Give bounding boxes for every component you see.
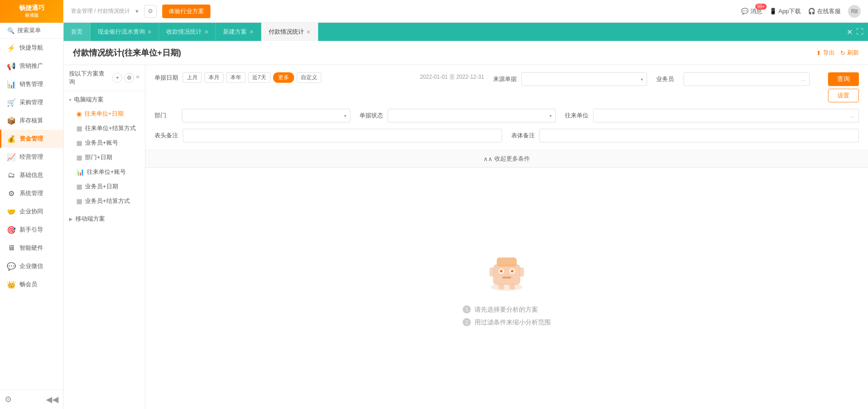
partner-arrow: … bbox=[850, 113, 855, 118]
sidebar-item-sales[interactable]: 📊 销售管理 bbox=[0, 75, 63, 93]
unit-date-icon: ◉ bbox=[76, 110, 82, 117]
scheme-item-staff-settlement[interactable]: ▦ 业务员+结算方式 bbox=[64, 194, 145, 208]
sidebar-item-guide[interactable]: 🎯 新手引导 bbox=[0, 221, 63, 239]
tab-close-new-scheme[interactable]: × bbox=[249, 28, 253, 35]
staff-account-label: 业务员+账号 bbox=[85, 139, 118, 147]
logo-text: 畅捷通巧 bbox=[19, 4, 45, 12]
refresh-btn[interactable]: ↻ 刷新 bbox=[840, 49, 859, 57]
collapse-filter-btn[interactable]: ∧∧ 收起更多条件 bbox=[484, 155, 530, 163]
sidebar-item-member[interactable]: 👑 畅会员 bbox=[0, 275, 63, 293]
tab-receipt-stats[interactable]: 收款情况统计 × bbox=[159, 23, 216, 41]
empty-icon bbox=[479, 248, 534, 294]
date-more-btn[interactable]: 更多 bbox=[273, 72, 294, 83]
refresh-label: 刷新 bbox=[847, 49, 859, 57]
header-note-field: 表头备注 bbox=[155, 129, 502, 142]
scheme-item-staff-date[interactable]: ▦ 业务员+日期 bbox=[64, 179, 145, 194]
date-this-year-btn[interactable]: 本年 bbox=[226, 72, 245, 83]
scheme-panel-header: 按以下方案查询 + ⚙ « bbox=[64, 65, 145, 91]
sidebar-item-operation[interactable]: 📈 经营管理 bbox=[0, 148, 63, 166]
sidebar-search[interactable]: 🔍 搜索菜单 bbox=[0, 23, 63, 39]
scheme-item-unit-settlement[interactable]: ▦ 往来单位+结算方式 bbox=[64, 121, 145, 136]
notification-badge: 99+ bbox=[755, 4, 767, 10]
tab-close-payment[interactable]: × bbox=[307, 28, 310, 35]
scheme-item-staff-account[interactable]: ▦ 业务员+账号 bbox=[64, 136, 145, 150]
svg-rect-11 bbox=[509, 284, 515, 289]
dept-date-label: 部门+日期 bbox=[85, 153, 112, 162]
body-note-input[interactable] bbox=[539, 129, 859, 142]
tab-home[interactable]: 首页 bbox=[64, 23, 90, 41]
new-scheme-label: 新建方案 bbox=[223, 28, 247, 36]
date-7days-btn[interactable]: 近7天 bbox=[248, 72, 270, 83]
scheme-item-unit-account[interactable]: 📊 往来单位+账号 bbox=[64, 165, 145, 179]
date-last-month-btn[interactable]: 上月 bbox=[183, 72, 202, 83]
header-settings-btn[interactable]: ⚙ bbox=[144, 5, 157, 18]
sidebar-item-inventory[interactable]: 📦 库存核算 bbox=[0, 111, 63, 130]
scheme-item-unit-date[interactable]: ◉ 往来单位+日期 bbox=[64, 106, 145, 121]
empty-tip-2-text: 用过滤条件来缩小分析范围 bbox=[474, 316, 551, 328]
notification-area[interactable]: 💬 消息 99+ bbox=[741, 7, 762, 15]
online-service-area[interactable]: 🎧 在线客服 bbox=[808, 7, 841, 15]
inventory-icon: 📦 bbox=[7, 116, 16, 125]
header-dropdown-icon[interactable]: ▾ bbox=[135, 8, 139, 15]
export-btn[interactable]: ⬆ 导出 bbox=[816, 49, 835, 57]
tab-close-all-btn[interactable]: ✕ bbox=[847, 28, 853, 36]
collapse-sidebar-icon[interactable]: ◀◀ bbox=[46, 394, 59, 404]
desktop-group-header[interactable]: ▾ 电脑端方案 bbox=[64, 93, 145, 106]
export-icon: ⬆ bbox=[816, 50, 821, 56]
svg-rect-10 bbox=[499, 284, 504, 289]
logo-sub: 标准版 bbox=[19, 12, 45, 19]
date-field: 单据日期 上月 本月 本年 近7天 更多 自定义 bbox=[155, 72, 411, 83]
sidebar-item-basic[interactable]: 🗂 基础信息 bbox=[0, 166, 63, 184]
doc-status-field: 单据状态 ▾ bbox=[359, 109, 555, 122]
tab-new-scheme[interactable]: 新建方案 × bbox=[216, 23, 261, 41]
sidebar-item-quick-nav[interactable]: ⚡ 快捷导航 bbox=[0, 39, 63, 57]
doc-status-select[interactable]: ▾ bbox=[388, 109, 555, 122]
mobile-group-header[interactable]: ▶ 移动端方案 bbox=[64, 212, 145, 226]
sidebar-item-hardware[interactable]: 🖥 智能硬件 bbox=[0, 239, 63, 257]
svg-rect-7 bbox=[502, 277, 511, 278]
tab-close-bank-flow[interactable]: × bbox=[148, 28, 151, 35]
sidebar-item-enterprise[interactable]: 🤝 企业协同 bbox=[0, 202, 63, 221]
scheme-settings-btn[interactable]: ⚙ bbox=[124, 73, 134, 83]
sidebar-item-label: 销售管理 bbox=[20, 80, 43, 88]
filter-row-1: 单据日期 上月 本月 本年 近7天 更多 自定义 bbox=[155, 72, 859, 102]
tab-bank-flow[interactable]: 现金银行流水查询 × bbox=[90, 23, 159, 41]
tab-close-receipt[interactable]: × bbox=[205, 28, 208, 35]
empty-state: 1 请先选择要分析的方案 2 用过滤条件来缩小分析范围 bbox=[145, 168, 868, 409]
app-download-area[interactable]: 📱 App下载 bbox=[769, 7, 801, 15]
tab-payment-stats[interactable]: 付款情况统计 × bbox=[261, 23, 318, 41]
tab-expand-btn[interactable]: ⛶ bbox=[856, 28, 863, 36]
online-service-label: 在线客服 bbox=[817, 7, 841, 15]
date-content: 上月 本月 本年 近7天 更多 自定义 bbox=[183, 72, 411, 83]
sidebar-item-marketing[interactable]: 📢 营销推广 bbox=[0, 57, 63, 75]
user-avatar[interactable]: Rit bbox=[848, 5, 861, 18]
operation-icon: 📈 bbox=[7, 152, 16, 162]
collapse-scheme-btn[interactable]: « bbox=[136, 73, 140, 83]
dept-select[interactable]: ▾ bbox=[182, 109, 350, 122]
source-doc-select[interactable]: ▾ bbox=[521, 72, 647, 86]
trial-industry-btn[interactable]: 体验行业方案 bbox=[162, 5, 210, 18]
sidebar-item-label: 畅会员 bbox=[20, 280, 37, 288]
query-btn[interactable]: 查询 bbox=[828, 72, 859, 86]
date-this-month-btn[interactable]: 本月 bbox=[205, 72, 224, 83]
header-note-input[interactable] bbox=[183, 129, 502, 142]
sidebar-item-finance[interactable]: 💰 资金管理 bbox=[0, 130, 63, 148]
filter-settings-btn[interactable]: 设置 bbox=[828, 89, 859, 102]
body-note-label: 表体备注 bbox=[511, 131, 535, 140]
empty-tip-1-text: 请先选择要分析的方案 bbox=[474, 303, 538, 316]
sidebar-item-wechat[interactable]: 💬 企业微信 bbox=[0, 257, 63, 275]
sidebar-item-purchase[interactable]: 🛒 采购管理 bbox=[0, 93, 63, 111]
gear-icon[interactable]: ⚙ bbox=[5, 394, 12, 404]
scheme-item-dept-date[interactable]: ▦ 部门+日期 bbox=[64, 150, 145, 165]
sidebar-item-system[interactable]: ⚙ 系统管理 bbox=[0, 184, 63, 202]
refresh-icon: ↻ bbox=[840, 50, 845, 56]
main-area: 资金管理 / 付款情况统计 ▾ ⚙ 体验行业方案 💬 消息 99+ 📱 App下… bbox=[64, 0, 868, 409]
body-note-field: 表体备注 bbox=[511, 129, 859, 142]
unit-account-label: 往来单位+账号 bbox=[87, 168, 126, 176]
salesperson-select[interactable]: … bbox=[683, 72, 810, 86]
add-scheme-btn[interactable]: + bbox=[112, 73, 122, 83]
partner-select[interactable]: … bbox=[593, 109, 859, 122]
salesperson-arrow: … bbox=[801, 77, 806, 82]
empty-tips: 1 请先选择要分析的方案 2 用过滤条件来缩小分析范围 bbox=[463, 303, 551, 328]
date-custom-btn[interactable]: 自定义 bbox=[297, 72, 321, 83]
